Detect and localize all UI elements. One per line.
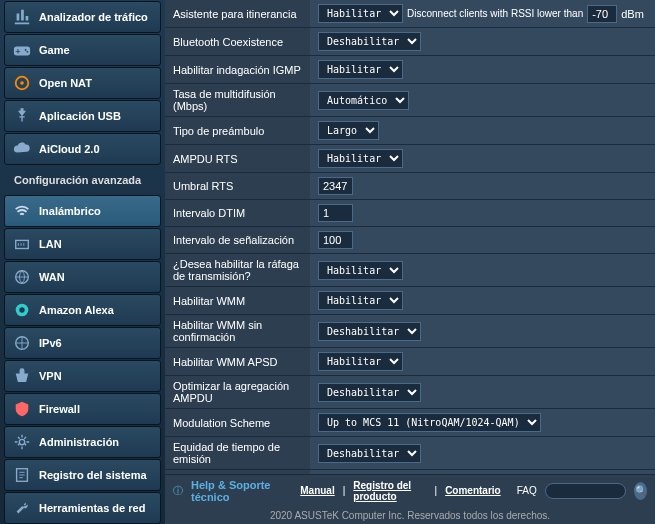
nav-lan[interactable]: LAN bbox=[4, 228, 161, 260]
row-label: Habilitar indagación IGMP bbox=[165, 56, 310, 84]
wmm-apsd-select[interactable]: Habilitar bbox=[318, 352, 403, 371]
txburst-select[interactable]: Habilitar bbox=[318, 261, 403, 280]
nat-icon bbox=[13, 74, 31, 92]
rts-threshold-input[interactable] bbox=[318, 177, 353, 195]
shield-icon bbox=[13, 400, 31, 418]
row-label: ¿Desea habilitar la ráfaga de transmisió… bbox=[165, 254, 310, 287]
alexa-icon bbox=[13, 301, 31, 319]
chart-icon bbox=[13, 8, 31, 26]
product-reg-link[interactable]: Registro del producto bbox=[353, 480, 411, 502]
row-label: Modulation Scheme bbox=[165, 409, 310, 437]
disconnect-label: Disconnect clients with RSSI lower than bbox=[407, 8, 583, 19]
nav-label: Open NAT bbox=[39, 77, 92, 89]
nav-ipv6[interactable]: IPv6 bbox=[4, 327, 161, 359]
nav-admin[interactable]: Administración bbox=[4, 426, 161, 458]
nav-usb-app[interactable]: Aplicación USB bbox=[4, 100, 161, 132]
multicast-select[interactable]: Automático bbox=[318, 91, 409, 110]
wrench-icon bbox=[13, 499, 31, 517]
search-button[interactable]: 🔍 bbox=[634, 482, 647, 500]
feedback-link[interactable]: Comentario bbox=[445, 485, 501, 496]
row-label: Habilitar WMM sin confirmación bbox=[165, 315, 310, 348]
nav-label: AiCloud 2.0 bbox=[39, 143, 100, 155]
nav-label: Registro del sistema bbox=[39, 469, 147, 481]
ampdu-opt-select[interactable]: Deshabilitar bbox=[318, 383, 421, 402]
svg-rect-2 bbox=[16, 240, 29, 248]
nav-label: Analizador de tráfico bbox=[39, 11, 148, 23]
search-input[interactable] bbox=[545, 483, 627, 499]
nav-aicloud[interactable]: AiCloud 2.0 bbox=[4, 133, 161, 165]
nav-label: Firewall bbox=[39, 403, 80, 415]
main-panel: Asistente para itineranciaHabilitarDisco… bbox=[165, 0, 655, 524]
nav-nettools[interactable]: Herramientas de red bbox=[4, 492, 161, 524]
nav-label: Aplicación USB bbox=[39, 110, 121, 122]
bt-coex-select[interactable]: Deshabilitar bbox=[318, 32, 421, 51]
footer: ⓘ Help & Soporte técnico Manual | Regist… bbox=[165, 474, 655, 507]
beacon-input[interactable] bbox=[318, 231, 353, 249]
globe-icon bbox=[13, 268, 31, 286]
faq-label: FAQ bbox=[517, 485, 537, 496]
nav-label: Amazon Alexa bbox=[39, 304, 114, 316]
nav-label: IPv6 bbox=[39, 337, 62, 349]
dtim-input[interactable] bbox=[318, 204, 353, 222]
igmp-select[interactable]: Habilitar bbox=[318, 60, 403, 79]
nav-wireless[interactable]: Inalámbrico bbox=[4, 195, 161, 227]
row-label: Equidad de tiempo de emisión bbox=[165, 437, 310, 470]
sidebar: Analizador de tráfico Game Open NAT Apli… bbox=[0, 0, 165, 524]
nav-open-nat[interactable]: Open NAT bbox=[4, 67, 161, 99]
gear-icon bbox=[13, 433, 31, 451]
wmm-select[interactable]: Habilitar bbox=[318, 291, 403, 310]
svg-point-5 bbox=[19, 307, 24, 312]
vpn-icon bbox=[13, 367, 31, 385]
gamepad-icon bbox=[13, 41, 31, 59]
ampdu-rts-select[interactable]: Habilitar bbox=[318, 149, 403, 168]
row-label: Habilitar WMM bbox=[165, 287, 310, 315]
nav-label: VPN bbox=[39, 370, 62, 382]
usb-icon bbox=[13, 107, 31, 125]
row-label: Intervalo de señalización bbox=[165, 227, 310, 254]
nav-alexa[interactable]: Amazon Alexa bbox=[4, 294, 161, 326]
nav-game[interactable]: Game bbox=[4, 34, 161, 66]
wifi-icon bbox=[13, 202, 31, 220]
nav-label: WAN bbox=[39, 271, 65, 283]
airtime-select[interactable]: Deshabilitar bbox=[318, 444, 421, 463]
globe-icon bbox=[13, 334, 31, 352]
section-advanced: Configuración avanzada bbox=[4, 166, 161, 194]
nav-label: Inalámbrico bbox=[39, 205, 101, 217]
row-label: Tasa de multidifusión (Mbps) bbox=[165, 84, 310, 117]
rssi-input[interactable] bbox=[587, 5, 617, 23]
unit-label: dBm bbox=[621, 8, 644, 20]
copyright: 2020 ASUSTeK Computer Inc. Reservados to… bbox=[165, 507, 655, 524]
log-icon bbox=[13, 466, 31, 484]
row-label: Asistente para itinerancia bbox=[165, 0, 310, 28]
cloud-icon bbox=[13, 140, 31, 158]
row-label: Intervalo DTIM bbox=[165, 200, 310, 227]
nav-label: LAN bbox=[39, 238, 62, 250]
nav-label: Game bbox=[39, 44, 70, 56]
nav-traffic-analyzer[interactable]: Analizador de tráfico bbox=[4, 1, 161, 33]
search-icon: 🔍 bbox=[635, 485, 647, 496]
row-label: Umbral RTS bbox=[165, 173, 310, 200]
roaming-select[interactable]: Habilitar bbox=[318, 4, 403, 23]
nav-vpn[interactable]: VPN bbox=[4, 360, 161, 392]
nav-syslog[interactable]: Registro del sistema bbox=[4, 459, 161, 491]
row-label: Bluetooth Coexistence bbox=[165, 28, 310, 56]
row-label: AMPDU RTS bbox=[165, 145, 310, 173]
lan-icon bbox=[13, 235, 31, 253]
nav-wan[interactable]: WAN bbox=[4, 261, 161, 293]
row-label: Tipo de preámbulo bbox=[165, 117, 310, 145]
wmm-noack-select[interactable]: Deshabilitar bbox=[318, 322, 421, 341]
help-icon: ⓘ bbox=[173, 484, 183, 498]
preamble-select[interactable]: Largo bbox=[318, 121, 379, 140]
nav-firewall[interactable]: Firewall bbox=[4, 393, 161, 425]
manual-link[interactable]: Manual bbox=[300, 485, 334, 496]
help-support-link[interactable]: Help & Soporte técnico bbox=[191, 479, 276, 503]
nav-label: Administración bbox=[39, 436, 119, 448]
row-label: Habilitar WMM APSD bbox=[165, 348, 310, 376]
svg-point-1 bbox=[20, 81, 24, 85]
modulation-select[interactable]: Up to MCS 11 (NitroQAM/1024-QAM) bbox=[318, 413, 541, 432]
settings-table: Asistente para itineranciaHabilitarDisco… bbox=[165, 0, 655, 474]
row-label: Optimizar la agregación AMPDU bbox=[165, 376, 310, 409]
nav-label: Herramientas de red bbox=[39, 502, 145, 514]
